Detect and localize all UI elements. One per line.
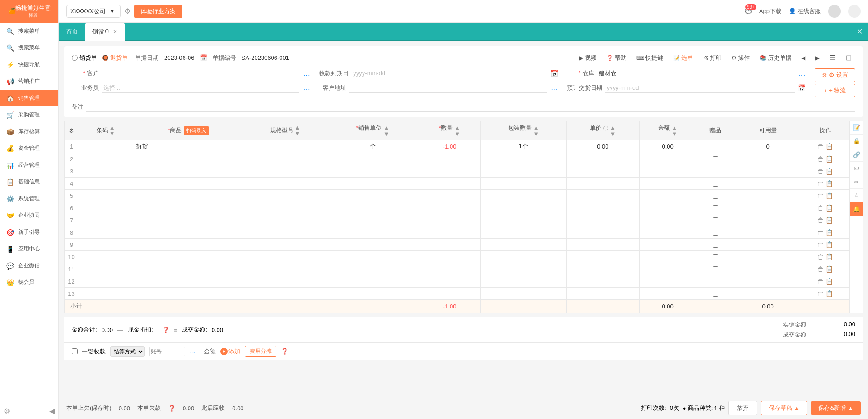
- cell-quantity[interactable]: [418, 275, 481, 288]
- payment-due-calendar-icon[interactable]: 📅: [550, 70, 558, 77]
- sidebar-item-system[interactable]: ⚙️ 系统管理: [0, 190, 58, 207]
- sidebar-item-business[interactable]: 📊 经营管理: [0, 157, 58, 173]
- scan-button[interactable]: 扫码录入: [184, 126, 209, 135]
- side-tool-star[interactable]: ☆: [850, 189, 863, 202]
- cell-price[interactable]: [566, 275, 639, 288]
- cell-price[interactable]: [566, 165, 639, 178]
- calendar-icon[interactable]: 📅: [200, 54, 207, 61]
- header-gear-icon[interactable]: ⚙: [124, 7, 131, 15]
- delete-row-btn[interactable]: 🗑: [817, 241, 824, 248]
- cell-barcode[interactable]: [78, 140, 133, 153]
- list-view-btn[interactable]: ☰: [826, 52, 839, 64]
- cell-gift[interactable]: [696, 288, 735, 300]
- cell-quantity[interactable]: [418, 239, 481, 251]
- save-new-button[interactable]: 保存&新增 ▲: [811, 401, 861, 415]
- sidebar-item-marketing[interactable]: 📢 营销推广: [0, 73, 58, 90]
- cell-spec[interactable]: [243, 140, 327, 153]
- copy-row-btn[interactable]: 📋: [825, 192, 833, 199]
- delete-row-btn[interactable]: 🗑: [817, 278, 824, 285]
- cell-price[interactable]: [566, 239, 639, 251]
- cell-quantity[interactable]: [418, 190, 481, 202]
- address-lookup-icon[interactable]: …: [551, 84, 558, 92]
- cell-gift[interactable]: [696, 202, 735, 214]
- delete-row-btn[interactable]: 🗑: [817, 265, 824, 273]
- cell-gift[interactable]: [696, 165, 735, 178]
- cell-barcode[interactable]: [78, 251, 133, 263]
- gift-checkbox[interactable]: [713, 254, 718, 260]
- delete-row-btn[interactable]: 🗑: [817, 229, 824, 236]
- customer-address-input[interactable]: [349, 83, 547, 93]
- abandon-button[interactable]: 放弃: [728, 401, 757, 415]
- cell-spec[interactable]: [243, 178, 327, 190]
- settings-btn[interactable]: ⚙ ⚙ 设置: [815, 68, 855, 82]
- fee-split-btn[interactable]: 费用分摊: [245, 346, 276, 357]
- cell-price[interactable]: [566, 263, 639, 275]
- cell-price[interactable]: [566, 288, 639, 300]
- delete-row-btn[interactable]: 🗑: [817, 192, 824, 199]
- app-download-link[interactable]: App下载: [759, 7, 781, 15]
- copy-row-btn[interactable]: 📋: [825, 278, 833, 285]
- copy-row-btn[interactable]: 📋: [825, 217, 833, 224]
- cell-barcode[interactable]: [78, 178, 133, 190]
- cell-price[interactable]: 0.00: [566, 140, 639, 153]
- delete-row-btn[interactable]: 🗑: [817, 155, 824, 163]
- sidebar-item-search[interactable]: 🔍 搜索菜单: [0, 39, 58, 56]
- expected-date-calendar-icon[interactable]: 📅: [798, 84, 805, 92]
- message-icon[interactable]: 💬 99+: [745, 8, 752, 14]
- cell-quantity[interactable]: [418, 153, 481, 165]
- print-btn[interactable]: 🖨 打印: [699, 52, 725, 64]
- warehouse-input[interactable]: [597, 68, 795, 78]
- owe-help-icon[interactable]: ❓: [168, 405, 175, 412]
- gift-checkbox[interactable]: [713, 205, 718, 211]
- gift-checkbox[interactable]: [713, 279, 718, 284]
- help-btn[interactable]: ❓ 帮助: [603, 52, 630, 64]
- gift-checkbox[interactable]: [713, 193, 718, 199]
- sidebar-item-sales[interactable]: 🏠 销售管理: [0, 90, 58, 106]
- help-icon[interactable]: ❓: [162, 327, 170, 333]
- cell-gift[interactable]: [696, 140, 735, 153]
- payment-help-icon[interactable]: ❓: [281, 348, 288, 355]
- cell-spec[interactable]: [243, 165, 327, 178]
- cell-barcode[interactable]: [78, 226, 133, 239]
- add-btn[interactable]: + 添加: [220, 347, 240, 356]
- grid-view-btn[interactable]: ⊞: [842, 52, 855, 64]
- delete-row-btn[interactable]: 🗑: [817, 290, 824, 297]
- sidebar-search[interactable]: 🔍搜索菜单: [0, 23, 58, 39]
- side-tool-alert[interactable]: 🔔: [850, 202, 863, 216]
- cell-barcode[interactable]: [78, 239, 133, 251]
- cell-quantity[interactable]: [418, 214, 481, 226]
- payment-method-select[interactable]: 结算方式: [110, 346, 145, 357]
- trial-button[interactable]: 体验行业方案: [134, 5, 182, 18]
- cell-barcode[interactable]: [78, 288, 133, 300]
- copy-row-btn[interactable]: 📋: [825, 229, 833, 236]
- cell-spec[interactable]: [243, 214, 327, 226]
- sidebar-item-shortcut[interactable]: ⚡ 快捷导航: [0, 56, 58, 73]
- collapse-icon[interactable]: ◀: [49, 407, 55, 415]
- sidebar-item-enterprise[interactable]: 🤝 企业协同: [0, 207, 58, 224]
- copy-row-btn[interactable]: 📋: [825, 204, 833, 212]
- cell-price[interactable]: [566, 202, 639, 214]
- cell-quantity[interactable]: [418, 178, 481, 190]
- prev-record-btn[interactable]: ◀: [798, 53, 809, 63]
- cell-barcode[interactable]: [78, 214, 133, 226]
- customer-input[interactable]: [102, 68, 299, 78]
- cell-price[interactable]: [566, 190, 639, 202]
- copy-row-btn[interactable]: 📋: [825, 265, 833, 273]
- cell-price[interactable]: [566, 153, 639, 165]
- cell-price[interactable]: [566, 251, 639, 263]
- delete-row-btn[interactable]: 🗑: [817, 204, 824, 212]
- cell-barcode[interactable]: [78, 190, 133, 202]
- tab-sales-order[interactable]: 销货单 ✕: [85, 23, 125, 41]
- cell-quantity[interactable]: -1.00: [418, 140, 481, 153]
- radio-sales[interactable]: 销货单: [72, 54, 97, 62]
- sidebar-item-appstore[interactable]: 📱 应用中心: [0, 241, 58, 257]
- expected-date-input[interactable]: [605, 83, 795, 93]
- history-btn[interactable]: 📚 历史单据: [756, 52, 795, 64]
- delete-row-btn[interactable]: 🗑: [817, 253, 824, 260]
- radio-return-input[interactable]: [102, 55, 108, 61]
- gift-checkbox[interactable]: [713, 266, 718, 272]
- close-all-icon[interactable]: ✕: [857, 27, 863, 36]
- cell-price[interactable]: [566, 214, 639, 226]
- tab-home[interactable]: 首页: [59, 23, 85, 41]
- gift-checkbox[interactable]: [713, 156, 718, 162]
